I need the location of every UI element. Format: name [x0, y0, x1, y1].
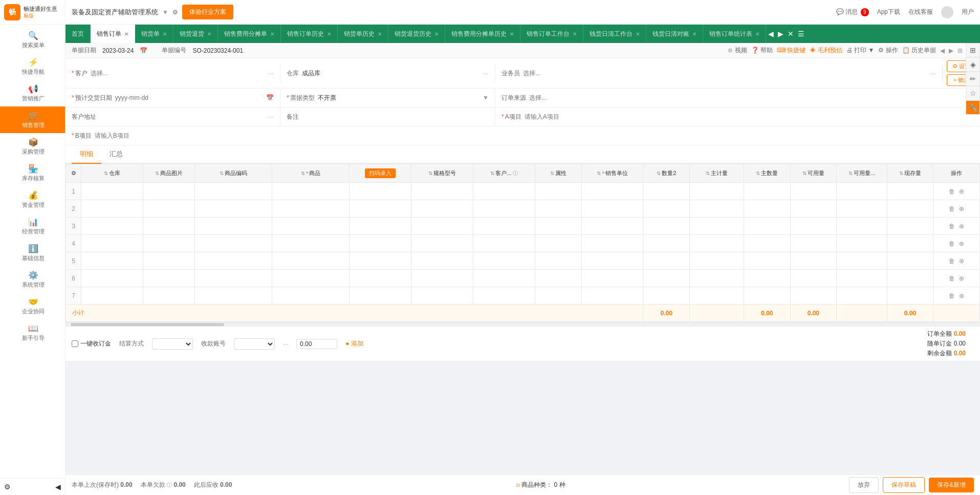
row-spec[interactable]: [411, 218, 473, 235]
row-unit[interactable]: [581, 252, 643, 270]
close-icon[interactable]: ✕: [163, 31, 167, 37]
close-icon[interactable]: ✕: [636, 31, 640, 37]
close-icon[interactable]: ✕: [510, 31, 514, 37]
row-attr[interactable]: [535, 200, 581, 218]
tab-summary[interactable]: 汇总: [101, 145, 131, 164]
th-product[interactable]: ⇅ *商品: [272, 164, 350, 183]
row-qty2[interactable]: [643, 270, 690, 287]
row-qty2[interactable]: [643, 252, 690, 270]
row-main-qty[interactable]: [744, 200, 790, 218]
close-icon[interactable]: ✕: [270, 31, 274, 37]
delete-icon[interactable]: 🗑: [949, 292, 955, 299]
sidebar-item-operations[interactable]: 📊 经营管理: [0, 213, 65, 240]
row-attr[interactable]: [535, 218, 581, 235]
th-image[interactable]: ⇅ 商品图片: [143, 164, 194, 183]
copy-icon[interactable]: ⊕: [959, 275, 964, 282]
quick-tool-2[interactable]: ◈: [966, 57, 980, 72]
row-qty2[interactable]: [643, 218, 690, 235]
th-warehouse[interactable]: ⇅ 仓库: [81, 164, 143, 183]
row-customer-code[interactable]: [473, 183, 535, 200]
row-code[interactable]: [195, 218, 272, 235]
row-main-qty[interactable]: [744, 252, 790, 270]
industry-solution-button[interactable]: 体验行业方案: [182, 5, 233, 19]
row-main-qty[interactable]: [744, 270, 790, 287]
row-main-qty[interactable]: [744, 183, 790, 200]
help-btn[interactable]: ❓ 帮助: [751, 46, 773, 55]
a-project-input[interactable]: [525, 113, 974, 120]
calendar-icon[interactable]: 📅: [140, 47, 147, 54]
sidebar-item-search[interactable]: 🔍 搜索菜单: [0, 27, 65, 53]
th-spec[interactable]: ⇅ 规格型号: [411, 164, 473, 183]
quick-tool-1[interactable]: ⊞: [966, 43, 980, 57]
row-warehouse[interactable]: [81, 287, 143, 305]
sidebar-item-system[interactable]: ⚙️ 系统管理: [0, 266, 65, 293]
close-icon[interactable]: ✕: [207, 31, 211, 37]
tab-daily-reconcile[interactable]: 钱货日清对账 ✕: [646, 25, 703, 43]
copy-icon[interactable]: ⊕: [959, 240, 964, 247]
close-icon[interactable]: ✕: [573, 31, 577, 37]
history-btn[interactable]: 📋 历史单据: [902, 46, 936, 55]
tab-menu-btn[interactable]: ☰: [796, 30, 807, 38]
row-warehouse[interactable]: [81, 200, 143, 218]
row-warehouse[interactable]: [81, 235, 143, 252]
sidebar-item-enterprise[interactable]: 🤝 企业协同: [0, 293, 65, 319]
add-payment-btn[interactable]: ● 添加: [345, 339, 363, 348]
row-unit[interactable]: [581, 183, 643, 200]
discard-button[interactable]: 放弃: [849, 477, 879, 493]
tab-close-all-btn[interactable]: ✕: [786, 30, 796, 38]
sidebar-item-purchase[interactable]: 📦 采购管理: [0, 133, 65, 160]
order-source-input[interactable]: [529, 94, 974, 101]
delete-icon[interactable]: 🗑: [949, 205, 955, 212]
row-spec[interactable]: [411, 252, 473, 270]
row-warehouse[interactable]: [81, 270, 143, 287]
quick-tool-3[interactable]: ✏: [966, 72, 980, 86]
shortcut-btn[interactable]: ⌨ 快捷键: [777, 46, 805, 55]
delete-icon[interactable]: 🗑: [949, 240, 955, 247]
sidebar-item-finance[interactable]: 💰 资金管理: [0, 186, 65, 213]
row-attr[interactable]: [535, 287, 581, 305]
row-customer-code[interactable]: [473, 252, 535, 270]
row-product[interactable]: [272, 287, 350, 305]
nav-prev-btn[interactable]: ◀: [940, 47, 945, 54]
sidebar-item-sales[interactable]: 🛒 销售管理: [0, 106, 65, 133]
grid-view-btn[interactable]: ⊞: [957, 47, 963, 54]
debit-info-icon[interactable]: ⓘ: [167, 482, 172, 488]
tab-sales-fee[interactable]: 销售费用分摊单 ✕: [218, 25, 281, 43]
row-code[interactable]: [195, 252, 272, 270]
close-icon[interactable]: ✕: [124, 31, 128, 37]
th-stock[interactable]: ⇅ 现存量: [887, 164, 933, 183]
tab-sales-goods[interactable]: 销货单 ✕: [135, 25, 173, 43]
th-attr[interactable]: ⇅ 属性: [535, 164, 581, 183]
row-main-qty[interactable]: [744, 218, 790, 235]
row-unit[interactable]: [581, 218, 643, 235]
th-gear[interactable]: ⚙: [66, 164, 81, 183]
payment-method-select[interactable]: [152, 338, 193, 350]
th-customer-code[interactable]: ⇅ 客户... ⓘ: [473, 164, 535, 183]
settings-gear-icon[interactable]: ⚙: [172, 9, 178, 16]
save-draft-button[interactable]: 保存草稿: [883, 477, 925, 493]
print-btn[interactable]: 🖨 打印 ▼: [846, 46, 875, 55]
tab-goods-history[interactable]: 销货单历史 ✕: [338, 25, 388, 43]
th-code[interactable]: ⇅ 商品编码: [195, 164, 272, 183]
row-product[interactable]: [272, 252, 350, 270]
customer-input[interactable]: [91, 70, 268, 77]
row-product[interactable]: [272, 183, 350, 200]
close-icon[interactable]: ✕: [692, 31, 696, 37]
profit-btn[interactable]: ◈ 毛利预估: [810, 46, 842, 55]
row-main-qty[interactable]: [744, 287, 790, 305]
scan-btn[interactable]: 扫码录入: [365, 168, 396, 178]
th-unit[interactable]: ⇅ *销售单位: [581, 164, 643, 183]
product-count-icon[interactable]: ⊙: [516, 482, 520, 488]
app-download-link[interactable]: App下载: [877, 8, 900, 16]
calendar2-icon[interactable]: 📅: [266, 94, 274, 101]
tab-prev-btn[interactable]: ◀: [766, 30, 776, 38]
row-attr[interactable]: [535, 235, 581, 252]
copy-icon[interactable]: ⊕: [959, 188, 964, 195]
row-spec[interactable]: [411, 200, 473, 218]
save-new-button[interactable]: 保存&新增: [929, 478, 974, 492]
sidebar-item-marketing[interactable]: 📢 营销推广: [0, 80, 65, 106]
dropdown-icon[interactable]: ▼: [162, 9, 168, 16]
copy-icon[interactable]: ⊕: [959, 205, 964, 212]
nav-next-btn[interactable]: ▶: [949, 47, 953, 54]
delete-icon[interactable]: 🗑: [949, 275, 955, 282]
